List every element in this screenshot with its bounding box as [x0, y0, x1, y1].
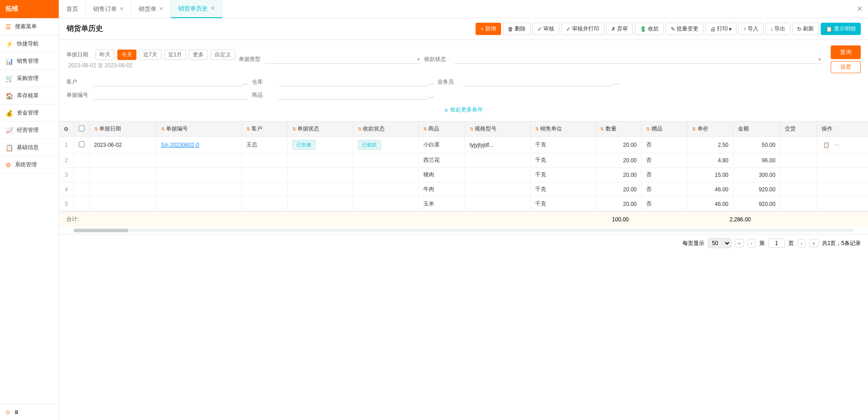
tab-home[interactable]: 首页	[59, 0, 86, 18]
cell-row-num: 1	[59, 137, 74, 153]
col-sales-unit[interactable]: ⇅ 销售单位	[530, 121, 596, 137]
sidebar-collapse-icon[interactable]: ⊙	[5, 409, 10, 415]
audit-print-button[interactable]: ✓ 审核并打印	[561, 23, 604, 35]
payment-status-select[interactable]	[454, 55, 822, 63]
salesperson-input[interactable]	[464, 78, 613, 86]
cell-doc-status	[288, 153, 353, 168]
sidebar-item-inventory[interactable]: 🏠 库存核算	[0, 87, 59, 105]
tab-sales-order-close[interactable]: ✕	[120, 6, 124, 12]
col-quantity[interactable]: ⇅ 数量	[596, 121, 642, 137]
cell-sales-unit: 千克	[530, 182, 596, 197]
audit-button[interactable]: ✓ 审核	[532, 23, 559, 35]
first-page-button[interactable]: «	[735, 239, 744, 247]
product-dots[interactable]: ...	[428, 91, 434, 100]
per-page-select[interactable]: 50 100 200	[708, 238, 731, 248]
discard-button[interactable]: ✗ 弃审	[606, 23, 633, 35]
sidebar-pin-icon[interactable]: ⏸	[14, 409, 19, 415]
sort-icon: ⇅	[470, 126, 473, 131]
warehouse-input[interactable]	[278, 78, 428, 86]
col-gift[interactable]: ⇅ 赠品	[642, 121, 687, 137]
warehouse-dots[interactable]: ...	[428, 78, 434, 86]
date-btn-today[interactable]: 今天	[117, 50, 136, 60]
row-checkbox[interactable]	[79, 141, 85, 147]
batch-change-button[interactable]: ✎ 批量变更	[666, 23, 703, 35]
tab-sales-history[interactable]: 销货单历史 ✕	[171, 0, 222, 18]
col-doc-number[interactable]: ⇅ 单据编号	[156, 121, 242, 137]
new-button[interactable]: + 新增	[476, 23, 501, 35]
cell-sales-unit: 千克	[530, 137, 596, 153]
horizontal-scrollbar[interactable]	[74, 229, 853, 232]
date-btn-1month[interactable]: 近1月	[164, 50, 186, 60]
tab-sales-goods-close[interactable]: ✕	[159, 6, 163, 12]
col-customer[interactable]: ⇅ 客户	[242, 121, 288, 137]
cell-doc-date	[89, 197, 156, 211]
doc-type-arrow-icon: ▾	[417, 57, 420, 62]
salesperson-dots[interactable]: ...	[613, 78, 619, 86]
print-button[interactable]: 🖨 打印 ▾	[705, 23, 737, 35]
cell-checkbox[interactable]	[74, 137, 89, 153]
col-checkbox[interactable]	[74, 121, 89, 137]
col-settings[interactable]: ⚙	[59, 121, 74, 137]
op-more-icon[interactable]: ⋯	[834, 142, 839, 148]
show-detail-button[interactable]: 📋 显示明细	[821, 23, 861, 35]
prev-page-button[interactable]: ‹	[748, 239, 756, 247]
warehouse-label: 仓库	[252, 78, 275, 86]
cell-spec-type	[465, 168, 530, 182]
cell-doc-number	[156, 168, 242, 182]
salesperson-label: 业务员	[437, 78, 460, 86]
collect-button[interactable]: 💲 收款	[635, 23, 664, 35]
col-doc-date[interactable]: ⇅ 单据日期	[89, 121, 156, 137]
refresh-button[interactable]: ↻ 刷新	[792, 23, 819, 35]
show-detail-icon: 📋	[826, 26, 833, 32]
finance-mgmt-icon: 💰	[5, 110, 13, 117]
delete-button[interactable]: 🗑 删除	[503, 23, 531, 35]
scrollbar-thumb[interactable]	[74, 229, 128, 232]
sidebar-item-sales-mgmt[interactable]: 📊 销售管理	[0, 53, 59, 70]
col-product[interactable]: ⇅ 商品	[418, 121, 465, 137]
last-page-button[interactable]: »	[809, 239, 818, 247]
tab-sales-history-close[interactable]: ✕	[211, 5, 215, 11]
collapse-button[interactable]: ∧ 收起更多条件	[66, 104, 861, 115]
import-button[interactable]: ↑ 导入	[738, 23, 763, 35]
customer-label: 客户	[66, 78, 89, 86]
cell-doc-number[interactable]: SA-20230602-0	[156, 137, 242, 153]
op-view-icon[interactable]: 📋	[823, 142, 830, 148]
import-icon: ↑	[743, 26, 746, 32]
table-footer: 合计: 100.00 2,286.00	[59, 211, 868, 227]
date-btn-yesterday[interactable]: 昨天	[95, 50, 115, 60]
doc-number-input[interactable]	[93, 91, 248, 100]
export-button[interactable]: ↓ 导出	[765, 23, 790, 35]
date-btn-custom[interactable]: 自定义	[211, 50, 235, 60]
customer-dots[interactable]: ...	[242, 78, 248, 86]
next-page-button[interactable]: ›	[798, 239, 806, 247]
cell-operation[interactable]: 📋 ⋯	[817, 137, 868, 153]
settings-icon: ⚙	[64, 126, 69, 132]
customer-input[interactable]	[93, 78, 242, 86]
sidebar-item-ops-mgmt[interactable]: 📈 经营管理	[0, 122, 59, 139]
sidebar-item-finance-mgmt[interactable]: 💰 资金管理	[0, 105, 59, 122]
sidebar-item-quick-nav[interactable]: ⚡ 快捷导航	[0, 35, 59, 53]
col-payment-status[interactable]: ⇅ 收款状态	[353, 121, 418, 137]
tab-sales-goods-label: 销货单	[139, 5, 156, 13]
page-number-input[interactable]	[768, 239, 785, 248]
tab-sales-order[interactable]: 销售订单 ✕	[86, 0, 131, 18]
product-input[interactable]	[278, 91, 428, 100]
ops-mgmt-icon: 📈	[5, 127, 13, 134]
col-spec-type[interactable]: ⇅ 规格型号	[465, 121, 530, 137]
set-button[interactable]: 设置	[831, 61, 861, 73]
tab-bar-close[interactable]: ✕	[851, 5, 868, 13]
page-title: 销货单历史	[66, 24, 103, 34]
sidebar-item-purchase-mgmt[interactable]: 🛒 采购管理	[0, 70, 59, 87]
sidebar-item-system-mgmt[interactable]: ⚙ 系统管理	[0, 156, 59, 174]
sidebar-item-search-menu[interactable]: ☰ 搜索菜单	[0, 18, 59, 35]
date-btn-7days[interactable]: 近7天	[139, 50, 161, 60]
date-btn-more[interactable]: 更多	[189, 50, 208, 60]
new-icon: +	[481, 26, 484, 32]
query-button[interactable]: 查询	[831, 45, 861, 59]
doc-type-select[interactable]	[265, 55, 421, 63]
col-doc-status[interactable]: ⇅ 单据状态	[288, 121, 353, 137]
select-all-checkbox[interactable]	[79, 125, 85, 131]
tab-sales-goods[interactable]: 销货单 ✕	[131, 0, 171, 18]
sidebar-item-basic-info[interactable]: 📋 基础信息	[0, 139, 59, 156]
col-unit-price[interactable]: ⇅ 单价	[687, 121, 733, 137]
